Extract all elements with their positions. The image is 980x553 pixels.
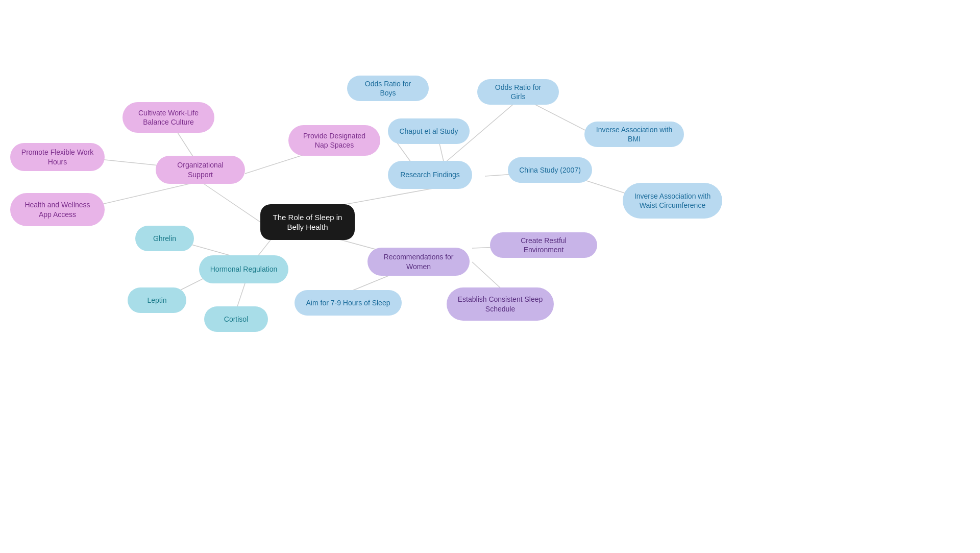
svg-line-18 (472, 262, 504, 291)
inverse-bmi-node: Inverse Association with BMI (584, 122, 684, 147)
cultivate-work-life-node: Cultivate Work-Life Balance Culture (122, 102, 214, 133)
inverse-waist-node: Inverse Association with Waist Circumfer… (623, 183, 722, 219)
ghrelin-node: Ghrelin (135, 226, 194, 251)
china-study-node: China Study (2007) (508, 157, 592, 183)
recommendations-women-node: Recommendations for Women (368, 248, 470, 276)
establish-sleep-node: Establish Consistent Sleep Schedule (447, 287, 554, 321)
center-node: The Role of Sleep in Belly Health (260, 204, 355, 240)
odds-boys-node: Odds Ratio for Boys (347, 76, 429, 101)
provide-nap-node: Provide Designated Nap Spaces (288, 125, 380, 156)
health-wellness-node: Health and Wellness App Access (10, 193, 105, 226)
odds-girls-node: Odds Ratio for Girls (477, 79, 559, 105)
hormonal-regulation-node: Hormonal Regulation (199, 255, 288, 283)
aim-hours-node: Aim for 7-9 Hours of Sleep (295, 290, 402, 316)
create-restful-node: Create Restful Environment (490, 232, 597, 258)
promote-flexible-node: Promote Flexible Work Hours (10, 143, 105, 171)
chaput-study-node: Chaput et al Study (388, 118, 470, 144)
organizational-support-node: Organizational Support (156, 156, 245, 184)
leptin-node: Leptin (128, 287, 186, 313)
svg-line-0 (200, 181, 260, 222)
research-findings-node: Research Findings (388, 161, 472, 189)
cortisol-node: Cortisol (204, 306, 268, 332)
